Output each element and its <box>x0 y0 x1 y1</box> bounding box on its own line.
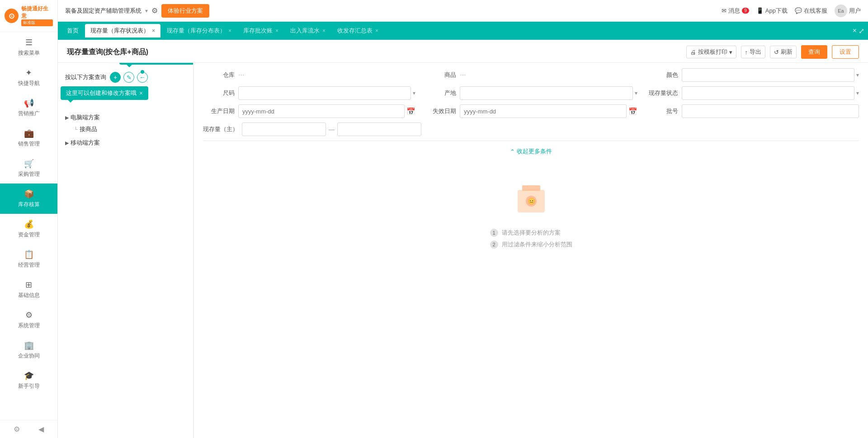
filter-row-4: 现存量（主） — <box>203 122 859 136</box>
sidebar-item-search[interactable]: ☰ 搜索菜单 <box>0 32 57 62</box>
expire-date-calendar-icon[interactable]: 📅 <box>628 107 637 116</box>
app-download-btn[interactable]: 📱 App下载 <box>756 7 788 15</box>
tooltip2-close-btn[interactable]: × <box>139 89 143 97</box>
tab-close-inventory-dist[interactable]: × <box>228 28 231 34</box>
sidebar-item-basic[interactable]: ⊞ 基础信息 <box>0 274 57 305</box>
filter-actions: + ✎ ← <box>110 72 148 83</box>
print-btn[interactable]: 🖨 按模板打印 ▾ <box>686 46 736 58</box>
tab-home[interactable]: 首页 <box>61 24 84 38</box>
filter-fields-panel: 仓库 ··· 商品 ··· 颜色 ▾ <box>193 63 868 438</box>
goods-field: 商品 ··· <box>425 68 637 82</box>
reset-button[interactable]: 设置 <box>832 45 859 59</box>
sidebar-item-sales[interactable]: 💼 销售管理 <box>0 123 57 153</box>
collapse-filter-btn[interactable]: ⌃ 收起更多条件 <box>203 145 859 158</box>
system-name: 装备及固定资产辅助管理系统 <box>65 7 142 15</box>
produce-date-input-wrap: 📅 <box>238 104 415 118</box>
message-btn[interactable]: ✉ 消息 9 <box>722 7 749 15</box>
step-num-2: 2 <box>490 240 498 249</box>
scheme-child-goods[interactable]: └ 接商品 <box>74 123 186 135</box>
filter-row-3: 生产日期 📅 失效日期 📅 <box>203 104 859 118</box>
refresh-btn[interactable]: ↺ 刷新 <box>770 46 797 58</box>
logo-text: 畅捷通好生意 标准版 <box>21 5 53 26</box>
search-button[interactable]: 查询 <box>801 45 827 59</box>
mobile-scheme-node[interactable]: ▶ 移动端方案 <box>65 137 186 149</box>
tab-close-in-out-flow[interactable]: × <box>322 28 326 34</box>
export-icon: ↑ <box>745 49 748 56</box>
online-service-btn[interactable]: 💬 在线客服 <box>795 7 827 15</box>
tab-collect-summary[interactable]: 收发存汇总表 × <box>332 24 384 38</box>
produce-date-input[interactable] <box>238 104 405 118</box>
sidebar-item-finance[interactable]: 💰 资金管理 <box>0 214 57 244</box>
print-icon: 🖨 <box>690 49 696 56</box>
header-right: ✉ 消息 9 📱 App下载 💬 在线客服 Ea 用户 <box>722 5 861 17</box>
tab-batch-ledger[interactable]: 库存批次账 × <box>238 24 284 38</box>
batch-input[interactable] <box>682 104 859 118</box>
inventory-icon: 📦 <box>24 189 34 199</box>
sidebar-item-guide[interactable]: ✦ 快捷导航 <box>0 62 57 93</box>
edit-scheme-btn[interactable]: ✎ <box>123 72 134 83</box>
empty-steps: 1 请先选择要分析的方案 2 用过滤条件来缩小分析范围 <box>490 229 572 249</box>
tab-expand-btn[interactable]: ⤢ <box>859 27 864 35</box>
pc-scheme-node[interactable]: ▶ 电脑端方案 <box>65 112 186 123</box>
sidebar: ⊙ 畅捷通好生意 标准版 ☰ 搜索菜单 ✦ 快捷导航 📢 营销推广 💼 销售管理 <box>0 0 58 438</box>
step-num-1: 1 <box>490 229 498 237</box>
tab-close-batch-ledger[interactable]: × <box>275 28 278 34</box>
stock-status-dropdown-icon[interactable]: ▾ <box>856 90 859 96</box>
warehouse-field: 仓库 ··· <box>203 68 415 82</box>
tab-close-collect-summary[interactable]: × <box>375 28 378 34</box>
stock-status-input[interactable] <box>682 86 854 100</box>
sidebar-item-operation[interactable]: 📋 经营管理 <box>0 244 57 274</box>
produce-date-calendar-icon[interactable]: 📅 <box>406 107 415 116</box>
svg-text:😐: 😐 <box>527 198 535 205</box>
sidebar-item-marketing[interactable]: 📢 营销推广 <box>0 93 57 123</box>
size-input[interactable] <box>238 86 411 100</box>
sidebar-collapse-btn[interactable]: ◀ <box>38 425 44 433</box>
scheme-panel: 按以下方案查询 + ✎ ← <box>58 63 193 438</box>
add-scheme-btn[interactable]: + <box>110 72 121 83</box>
sidebar-item-purchase[interactable]: 🛒 采购管理 <box>0 153 57 184</box>
content-area: 现存量查询(按仓库+商品) 🖨 按模板打印 ▾ ↑ 导出 ↺ 刷新 <box>58 40 868 438</box>
sidebar-item-system[interactable]: ⚙ 系统管理 <box>0 305 57 335</box>
stock-qty-range: — <box>242 122 421 136</box>
marketing-icon: 📢 <box>24 98 34 108</box>
system-dropdown-icon[interactable]: ▾ <box>145 8 148 14</box>
tab-in-out-flow[interactable]: 出入库流水 × <box>285 24 331 38</box>
tooltip1-anchor: ← <box>137 72 148 83</box>
goods-dots[interactable]: ··· <box>460 71 637 79</box>
tab-close-inventory-status[interactable]: × <box>152 28 155 34</box>
tab-inventory-dist[interactable]: 现存量（库存分布表） × <box>161 24 237 38</box>
stock-status-field: 现存量状态 ▾ <box>646 86 859 100</box>
size-field: 尺码 ▾ <box>203 86 415 100</box>
expire-date-input[interactable] <box>460 104 626 118</box>
tab-inventory-status[interactable]: 现存量（库存状况表） × <box>85 24 160 38</box>
batch-label: 批号 <box>646 107 678 115</box>
system-icon: ⚙ <box>25 310 33 320</box>
warehouse-dots[interactable]: ··· <box>238 71 415 79</box>
tab-bar: 首页 现存量（库存状况表） × 现存量（库存分布表） × 库存批次账 × 出入库… <box>58 22 868 40</box>
tab-close-all-btn[interactable]: × <box>853 27 857 35</box>
size-dropdown-icon[interactable]: ▾ <box>413 90 415 96</box>
origin-input[interactable] <box>460 86 632 100</box>
purchase-icon: 🛒 <box>24 159 34 169</box>
export-btn[interactable]: ↑ 导出 <box>741 46 766 58</box>
sidebar-item-newbie[interactable]: 🎓 新手引导 <box>0 365 57 396</box>
trial-button[interactable]: 体验行业方案 <box>161 4 209 18</box>
stock-qty-max-input[interactable] <box>337 122 421 136</box>
empty-step-1: 1 请先选择要分析的方案 <box>490 229 572 237</box>
color-field: 颜色 ▾ <box>646 68 859 82</box>
color-input[interactable] <box>682 68 854 82</box>
collapse-icon: ⌃ <box>510 148 515 155</box>
sidebar-settings-btn[interactable]: ⚙ <box>14 425 20 433</box>
sidebar-item-enterprise[interactable]: 🏢 企业协同 <box>0 335 57 365</box>
stock-qty-min-input[interactable] <box>242 122 326 136</box>
header-settings-icon[interactable]: ⚙ <box>151 6 158 15</box>
empty-illustration: 😐 <box>509 176 554 221</box>
size-input-wrap: ▾ <box>238 86 415 100</box>
user-menu[interactable]: Ea 用户 <box>835 5 861 17</box>
color-dropdown-icon[interactable]: ▾ <box>856 72 859 78</box>
sidebar-item-inventory[interactable]: 📦 库存核算 <box>0 184 57 214</box>
origin-field: 产地 ▾ <box>425 86 637 100</box>
message-icon: ✉ <box>722 7 726 14</box>
stock-status-label: 现存量状态 <box>646 89 678 97</box>
origin-dropdown-icon[interactable]: ▾ <box>635 90 637 96</box>
